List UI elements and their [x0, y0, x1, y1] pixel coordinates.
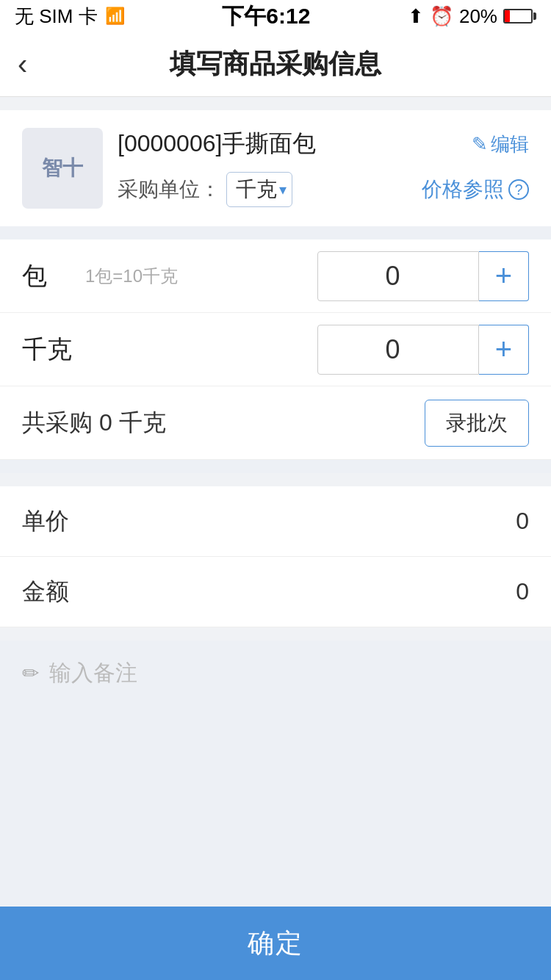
pencil-icon: ✏: [22, 661, 39, 685]
kg-label: 千克: [22, 333, 81, 367]
remark-section[interactable]: ✏ 输入备注: [0, 641, 551, 706]
kg-input[interactable]: [317, 325, 479, 375]
location-icon: ⬆: [408, 5, 424, 28]
input-section: 包 1包=10千克 + 千克 + 共采购 0 千克 录批次: [0, 239, 551, 460]
nav-bar: ‹ 填写商品采购信息: [0, 32, 551, 97]
bag-input[interactable]: [317, 251, 479, 301]
battery-percent: 20%: [459, 5, 497, 28]
product-card: 智十 [0000006]手撕面包 ✎ 编辑 采购单位： 千克 价格参照 ?: [0, 110, 551, 226]
battery-icon: [503, 9, 536, 24]
batch-button[interactable]: 录批次: [425, 400, 529, 447]
divider-1: [0, 226, 551, 239]
kg-plus-button[interactable]: +: [479, 325, 529, 375]
confirm-bar[interactable]: 确定: [0, 907, 551, 980]
edit-icon: ✎: [472, 133, 488, 156]
product-thumb-text: 智十: [42, 154, 83, 182]
bag-sub-label: 1包=10千克: [85, 264, 178, 288]
unit-select-wrapper[interactable]: 千克: [226, 172, 292, 207]
bag-label: 包: [22, 259, 81, 293]
price-ref-help-icon[interactable]: ?: [508, 179, 529, 200]
bottom-spacer: [0, 706, 551, 941]
bag-plus-button[interactable]: +: [479, 251, 529, 301]
price-ref-button[interactable]: 价格参照 ?: [422, 176, 529, 203]
kg-input-row: 千克 +: [0, 313, 551, 386]
product-name-row: [0000006]手撕面包 ✎ 编辑: [118, 128, 529, 160]
page-title: 填写商品采购信息: [170, 46, 381, 82]
unit-label: 采购单位：: [118, 176, 220, 203]
bag-input-wrapper: +: [317, 251, 529, 301]
status-bar: 无 SIM 卡 📶 下午6:12 ⬆ ⏰ 20%: [0, 0, 551, 32]
status-right: ⬆ ⏰ 20%: [408, 5, 536, 28]
status-time: 下午6:12: [222, 1, 310, 32]
amount-value: 0: [516, 578, 529, 605]
edit-link[interactable]: ✎ 编辑: [472, 131, 529, 157]
edit-label: 编辑: [491, 131, 529, 157]
product-info: [0000006]手撕面包 ✎ 编辑 采购单位： 千克 价格参照 ?: [118, 128, 529, 207]
total-row: 共采购 0 千克 录批次: [0, 386, 551, 460]
remark-placeholder: 输入备注: [49, 658, 137, 688]
amount-label: 金额: [22, 576, 69, 608]
product-thumbnail: 智十: [22, 128, 103, 209]
divider-2: [0, 460, 551, 473]
back-button[interactable]: ‹: [18, 48, 27, 81]
unit-select[interactable]: 千克: [226, 172, 292, 207]
wifi-icon: 📶: [105, 7, 125, 26]
price-ref-label: 价格参照: [422, 176, 504, 203]
amount-row: 金额 0: [0, 557, 551, 627]
status-left: 无 SIM 卡 📶: [15, 4, 125, 29]
total-text: 共采购 0 千克: [22, 407, 166, 439]
unit-price-value: 0: [516, 508, 529, 535]
alarm-icon: ⏰: [430, 5, 453, 28]
confirm-label: 确定: [248, 926, 303, 962]
unit-price-row: 单价 0: [0, 486, 551, 557]
sim-label: 无 SIM 卡: [15, 4, 98, 29]
bag-input-row: 包 1包=10千克 +: [0, 239, 551, 313]
product-unit-row: 采购单位： 千克 价格参照 ?: [118, 172, 529, 207]
unit-price-label: 单价: [22, 505, 69, 538]
kg-input-wrapper: +: [317, 325, 529, 375]
product-name: [0000006]手撕面包: [118, 128, 316, 160]
price-section: 单价 0 金额 0: [0, 486, 551, 627]
